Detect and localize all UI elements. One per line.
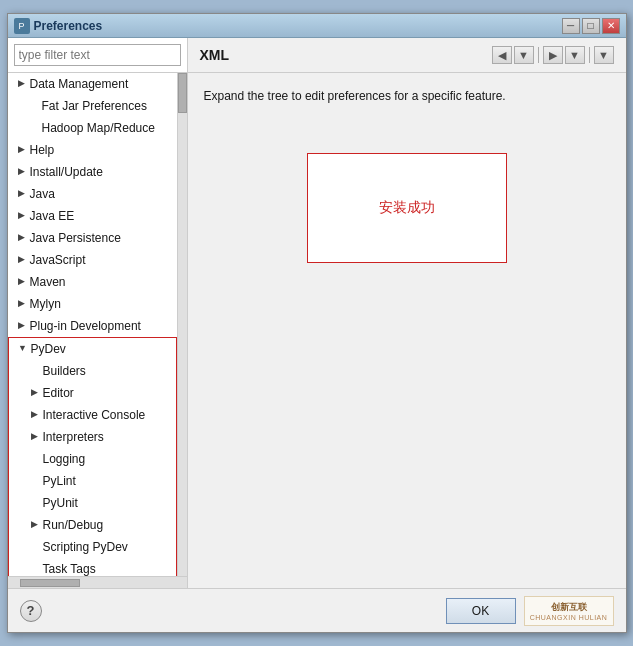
forward-button[interactable]: ▶ <box>543 46 563 64</box>
arrow-icon: ▶ <box>29 387 41 399</box>
tree-item-pydev[interactable]: ▼ PyDev <box>9 338 176 360</box>
right-content: Expand the tree to edit preferences for … <box>188 73 626 588</box>
pydev-section: ▼ PyDev Builders ▶ Editor ▶ <box>8 337 177 576</box>
arrow-icon <box>29 497 41 509</box>
tree-label: PyUnit <box>43 494 78 512</box>
view-menu-button[interactable]: ▼ <box>594 46 614 64</box>
arrow-icon: ▶ <box>16 166 28 178</box>
horizontal-scrollbar[interactable] <box>8 576 187 588</box>
tree-item-interactive-console[interactable]: ▶ Interactive Console <box>9 404 176 426</box>
arrow-icon <box>28 122 40 134</box>
tree-item-java-ee[interactable]: ▶ Java EE <box>8 205 177 227</box>
vertical-scrollbar[interactable] <box>177 73 187 576</box>
forward-dropdown[interactable]: ▼ <box>565 46 585 64</box>
tree-label: Interpreters <box>43 428 104 446</box>
watermark: 创新互联 CHUANGXIN HULIAN <box>524 596 614 626</box>
arrow-icon: ▶ <box>29 519 41 531</box>
tree-item-help[interactable]: ▶ Help <box>8 139 177 161</box>
back-button[interactable]: ◀ <box>492 46 512 64</box>
close-button[interactable]: ✕ <box>602 18 620 34</box>
h-scroll-thumb[interactable] <box>20 579 80 587</box>
arrow-icon: ▶ <box>16 232 28 244</box>
tree-label: Task Tags <box>43 560 96 576</box>
arrow-icon <box>29 453 41 465</box>
tree-label: Hadoop Map/Reduce <box>42 119 155 137</box>
title-bar: P Preferences ─ □ ✕ <box>8 14 626 38</box>
tree-label: JavaScript <box>30 251 86 269</box>
tree-label: Data Management <box>30 75 129 93</box>
success-box-container: 安装成功 <box>204 153 610 263</box>
tree-item-builders[interactable]: Builders <box>9 360 176 382</box>
ok-button[interactable]: OK <box>446 598 516 624</box>
tree-label: Java Persistence <box>30 229 121 247</box>
tree-item-maven[interactable]: ▶ Maven <box>8 271 177 293</box>
tree-item-data-management[interactable]: ▶ Data Management <box>8 73 177 95</box>
tree-item-editor[interactable]: ▶ Editor <box>9 382 176 404</box>
tree-label: Builders <box>43 362 86 380</box>
filter-input[interactable] <box>14 44 181 66</box>
arrow-icon <box>29 541 41 553</box>
tree-container: ▶ Data Management Fat Jar Preferences Ha… <box>8 73 177 576</box>
window-title: Preferences <box>34 19 562 33</box>
arrow-icon: ▶ <box>16 276 28 288</box>
tree-item-pylint[interactable]: PyLint <box>9 470 176 492</box>
arrow-icon <box>29 365 41 377</box>
right-panel: XML ◀ ▼ ▶ ▼ ▼ Expand the tree to edit pr… <box>188 38 626 588</box>
tree-label: Plug-in Development <box>30 317 141 335</box>
arrow-icon: ▶ <box>29 409 41 421</box>
arrow-icon: ▼ <box>17 343 29 355</box>
left-panel: ▶ Data Management Fat Jar Preferences Ha… <box>8 38 188 588</box>
watermark-line2: CHUANGXIN HULIAN <box>530 614 608 621</box>
tree-item-plugin-dev[interactable]: ▶ Plug-in Development <box>8 315 177 337</box>
tree-label: Interactive Console <box>43 406 146 424</box>
arrow-icon <box>28 100 40 112</box>
content-area: ▶ Data Management Fat Jar Preferences Ha… <box>8 38 626 588</box>
help-button[interactable]: ? <box>20 600 42 622</box>
preferences-window: P Preferences ─ □ ✕ ▶ Data Management <box>7 13 627 633</box>
window-icon: P <box>14 18 30 34</box>
arrow-icon <box>29 563 41 575</box>
tree-label: Mylyn <box>30 295 61 313</box>
minimize-button[interactable]: ─ <box>562 18 580 34</box>
tree-item-run-debug-pydev[interactable]: ▶ Run/Debug <box>9 514 176 536</box>
tree-item-java[interactable]: ▶ Java <box>8 183 177 205</box>
scroll-thumb[interactable] <box>178 73 187 113</box>
tree-item-install-update[interactable]: ▶ Install/Update <box>8 161 177 183</box>
tree-label: Maven <box>30 273 66 291</box>
tree-item-task-tags[interactable]: Task Tags <box>9 558 176 576</box>
tree-label: Fat Jar Preferences <box>42 97 147 115</box>
tree-label: Editor <box>43 384 74 402</box>
success-text: 安装成功 <box>379 199 435 217</box>
tree-label: Help <box>30 141 55 159</box>
arrow-icon: ▶ <box>16 78 28 90</box>
tree-label: Logging <box>43 450 86 468</box>
tree-label: Java EE <box>30 207 75 225</box>
tree-item-pyunit[interactable]: PyUnit <box>9 492 176 514</box>
nav-buttons: ◀ ▼ ▶ ▼ ▼ <box>492 46 614 64</box>
success-box: 安装成功 <box>307 153 507 263</box>
tree-item-javascript[interactable]: ▶ JavaScript <box>8 249 177 271</box>
arrow-icon: ▶ <box>16 298 28 310</box>
title-bar-buttons: ─ □ ✕ <box>562 18 620 34</box>
bottom-bar: ? OK 创新互联 CHUANGXIN HULIAN <box>8 588 626 632</box>
arrow-icon: ▶ <box>16 188 28 200</box>
tree-label: PyLint <box>43 472 76 490</box>
tree-item-java-persistence[interactable]: ▶ Java Persistence <box>8 227 177 249</box>
tree-item-interpreters[interactable]: ▶ Interpreters <box>9 426 176 448</box>
nav-separator2 <box>589 47 590 63</box>
arrow-icon: ▶ <box>16 254 28 266</box>
tree-label: Run/Debug <box>43 516 104 534</box>
tree-item-logging[interactable]: Logging <box>9 448 176 470</box>
watermark-line1: 创新互联 <box>530 601 608 614</box>
back-dropdown[interactable]: ▼ <box>514 46 534 64</box>
maximize-button[interactable]: □ <box>582 18 600 34</box>
nav-separator <box>538 47 539 63</box>
panel-title: XML <box>200 47 492 63</box>
tree-label: PyDev <box>31 340 66 358</box>
tree-item-fat-jar[interactable]: Fat Jar Preferences <box>8 95 177 117</box>
tree-label: Scripting PyDev <box>43 538 128 556</box>
tree-item-mylyn[interactable]: ▶ Mylyn <box>8 293 177 315</box>
hint-text: Expand the tree to edit preferences for … <box>204 89 506 103</box>
tree-item-scripting-pydev[interactable]: Scripting PyDev <box>9 536 176 558</box>
tree-item-hadoop[interactable]: Hadoop Map/Reduce <box>8 117 177 139</box>
